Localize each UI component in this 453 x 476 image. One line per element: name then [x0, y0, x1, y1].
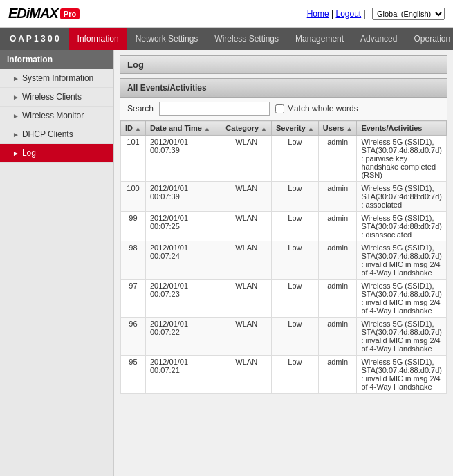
col-date-label: Date and Time: [150, 124, 202, 132]
match-whole-words-checkbox[interactable]: [275, 104, 284, 113]
sidebar-item-label: Log: [22, 148, 36, 158]
table-row: 972012/01/01 00:07:23WLANLowadminWireles…: [121, 280, 447, 318]
nav-item-advanced[interactable]: Advanced: [352, 28, 405, 50]
sidebar-item-dhcp-clients[interactable]: ► DHCP Clients: [0, 125, 113, 144]
cell-users: admin: [318, 136, 357, 182]
cell-date: 2012/01/01 00:07:22: [145, 318, 221, 356]
sidebar-item-label: System Information: [22, 73, 93, 83]
log-table-body: 1012012/01/01 00:07:39WLANLowadminWirele…: [121, 136, 447, 394]
col-header-category[interactable]: Category ▲: [221, 121, 272, 136]
sidebar-item-log[interactable]: ► Log: [0, 144, 113, 163]
panel: All Events/Activities Search Match whole…: [120, 78, 447, 394]
col-header-events: Events/Activities: [357, 121, 447, 136]
cell-id: 96: [121, 318, 146, 356]
device-label: O A P 1 3 0 0: [0, 34, 69, 44]
sort-icon-sev: ▲: [308, 125, 314, 132]
search-label: Search: [127, 104, 154, 113]
cell-id: 97: [121, 280, 146, 318]
cell-category: WLAN: [221, 182, 272, 212]
cell-events: Wireless 5G (SSID1), STA(30:07:4d:88:d0:…: [357, 280, 447, 318]
nav-item-information[interactable]: Information: [69, 28, 127, 50]
cell-date: 2012/01/01 00:07:39: [145, 182, 221, 212]
arrow-icon: ►: [12, 131, 19, 138]
arrow-icon: ►: [12, 75, 19, 82]
table-row: 962012/01/01 00:07:22WLANLowadminWireles…: [121, 318, 447, 356]
cell-events: Wireless 5G (SSID1), STA(30:07:4d:88:d0:…: [357, 136, 447, 182]
cell-users: admin: [318, 182, 357, 212]
cell-severity: Low: [272, 318, 319, 356]
sort-icon-cat: ▲: [261, 125, 267, 132]
search-bar: Search Match whole words: [120, 98, 447, 120]
table-container: ID ▲ Date and Time ▲ Category ▲: [120, 120, 447, 394]
col-users-label: Users: [323, 124, 344, 132]
match-whole-words-text: Match whole words: [287, 104, 358, 113]
nav-item-network-settings[interactable]: Network Settings: [127, 28, 207, 50]
cell-severity: Low: [272, 136, 319, 182]
cell-id: 99: [121, 212, 146, 241]
content-area: Log All Events/Activities Search Match w…: [114, 50, 453, 476]
cell-category: WLAN: [221, 136, 272, 182]
match-whole-words-label: Match whole words: [275, 104, 358, 113]
cell-id: 98: [121, 241, 146, 280]
cell-events: Wireless 5G (SSID1), STA(30:07:4d:88:d0:…: [357, 356, 447, 394]
col-header-id[interactable]: ID ▲: [121, 121, 146, 136]
cell-users: admin: [318, 241, 357, 280]
search-input[interactable]: [159, 102, 270, 116]
cell-events: Wireless 5G (SSID1), STA(30:07:4d:88:d0:…: [357, 182, 447, 212]
cell-date: 2012/01/01 00:07:21: [145, 356, 221, 394]
arrow-icon: ►: [12, 93, 19, 101]
cell-date: 2012/01/01 00:07:24: [145, 241, 221, 280]
cell-category: WLAN: [221, 356, 272, 394]
table-row: 1002012/01/01 00:07:39WLANLowadminWirele…: [121, 182, 447, 212]
header-links: Home | Logout | Global (English): [307, 8, 445, 20]
cell-users: admin: [318, 318, 357, 356]
sidebar-item-wireless-clients[interactable]: ► Wireless Clients: [0, 88, 113, 107]
sidebar-header: Information: [0, 50, 113, 69]
language-select[interactable]: Global (English): [372, 8, 445, 20]
table-row: 952012/01/01 00:07:21WLANLowadminWireles…: [121, 356, 447, 394]
logout-link[interactable]: Logout: [336, 9, 362, 19]
col-sev-label: Severity: [276, 124, 306, 132]
header: EDiMAX Pro Home | Logout | Global (Engli…: [0, 0, 453, 28]
lang-separator: |: [364, 9, 368, 19]
arrow-icon: ►: [12, 112, 19, 120]
cell-category: WLAN: [221, 212, 272, 241]
nav-item-wireless-settings[interactable]: Wireless Settings: [206, 28, 287, 50]
cell-category: WLAN: [221, 280, 272, 318]
sort-icon-id: ▲: [135, 125, 141, 132]
home-link[interactable]: Home: [307, 9, 329, 19]
cell-id: 100: [121, 182, 146, 212]
cell-users: admin: [318, 212, 357, 241]
cell-category: WLAN: [221, 318, 272, 356]
cell-id: 101: [121, 136, 146, 182]
cell-events: Wireless 5G (SSID1), STA(30:07:4d:88:d0:…: [357, 318, 447, 356]
col-header-date[interactable]: Date and Time ▲: [145, 121, 221, 136]
sidebar-item-wireless-monitor[interactable]: ► Wireless Monitor: [0, 107, 113, 125]
sidebar-item-label: Wireless Clients: [22, 92, 82, 102]
col-id-label: ID: [125, 124, 133, 132]
table-row: 982012/01/01 00:07:24WLANLowadminWireles…: [121, 241, 447, 280]
nav-item-management[interactable]: Management: [287, 28, 352, 50]
cell-id: 95: [121, 356, 146, 394]
sort-icon-date: ▲: [204, 125, 210, 132]
cell-severity: Low: [272, 182, 319, 212]
table-row: 1012012/01/01 00:07:39WLANLowadminWirele…: [121, 136, 447, 182]
panel-header: All Events/Activities: [120, 79, 447, 98]
table-row: 992012/01/01 00:07:25WLANLowadminWireles…: [121, 212, 447, 241]
cell-users: admin: [318, 280, 357, 318]
cell-events: Wireless 5G (SSID1), STA(30:07:4d:88:d0:…: [357, 212, 447, 241]
cell-date: 2012/01/01 00:07:39: [145, 136, 221, 182]
logo-text: EDiMAX: [8, 6, 58, 21]
sidebar-item-label: DHCP Clients: [22, 129, 73, 139]
col-header-severity[interactable]: Severity ▲: [272, 121, 319, 136]
cell-severity: Low: [272, 356, 319, 394]
cell-events: Wireless 5G (SSID1), STA(30:07:4d:88:d0:…: [357, 241, 447, 280]
sidebar-item-label: Wireless Monitor: [22, 111, 84, 120]
table-header-row: ID ▲ Date and Time ▲ Category ▲: [121, 121, 447, 136]
sidebar-item-system-information[interactable]: ► System Information: [0, 69, 113, 88]
col-header-users[interactable]: Users ▲: [318, 121, 357, 136]
cell-severity: Low: [272, 241, 319, 280]
nav-item-operation-mode[interactable]: Operation Mode: [405, 28, 453, 50]
arrow-icon: ►: [12, 149, 19, 157]
logo-area: EDiMAX Pro: [8, 6, 80, 21]
